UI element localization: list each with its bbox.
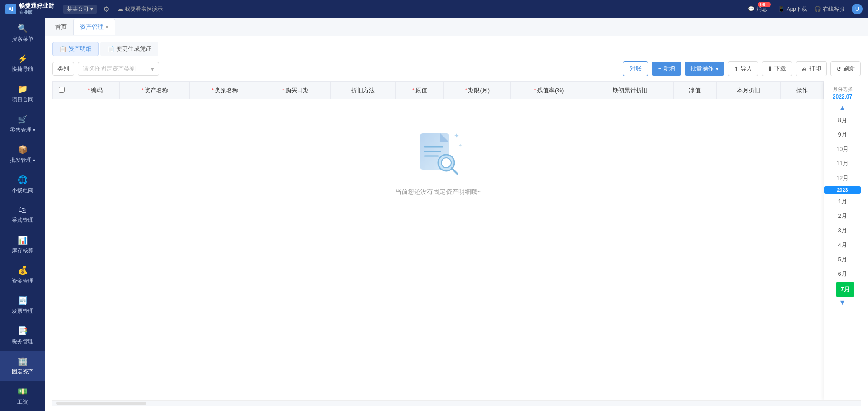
- toolbar: 类别 请选择固定资产类别 ▾ 对账 + 新增 批量操作: [52, 61, 861, 76]
- app-name-block: 畅捷通好业财 专业版: [19, 2, 54, 16]
- sidebar-label-project: 项目合同: [12, 96, 33, 104]
- online-service-button[interactable]: 🎧 在线客服: [814, 5, 844, 13]
- refresh-button[interactable]: ↺ 刷新: [830, 61, 861, 76]
- sidebar-item-ecommerce[interactable]: 🌐 小畅电商: [0, 170, 45, 200]
- month-down-button[interactable]: ▼: [838, 298, 847, 307]
- sidebar-item-search[interactable]: 🔍 搜索菜单: [0, 18, 45, 48]
- horizontal-scrollbar[interactable]: [56, 402, 146, 405]
- sidebar-item-finance[interactable]: 💰 资金管理: [0, 260, 45, 290]
- month-item-2023-3月[interactable]: 3月: [833, 223, 851, 238]
- settings-button[interactable]: ⚙: [103, 5, 109, 14]
- purchase-icon: 🛍: [19, 205, 27, 215]
- sidebar-item-inventory[interactable]: 📊 库存核算: [0, 230, 45, 260]
- table-wrapper: *编码 *资产名称 *类别名称 *购买日期 折旧方法 *原值 *期限(月) *残…: [52, 81, 824, 400]
- sidebar-item-retail[interactable]: 🛒 零售管理 ▾: [0, 109, 45, 139]
- reconcile-button[interactable]: 对账: [623, 61, 648, 76]
- month-item-8月[interactable]: 8月: [835, 113, 850, 128]
- user-info[interactable]: U: [852, 4, 863, 14]
- message-icon: 💬: [748, 6, 755, 12]
- category-select-dropdown[interactable]: 请选择固定资产类别 ▾: [78, 62, 159, 76]
- page-content: 📋 资产明细 📄 变更生成凭证 类别 请选择固定资产类别 ▾: [45, 36, 868, 411]
- message-button[interactable]: 💬 消息 99+: [748, 5, 767, 13]
- batch-dropdown-icon: ▾: [716, 66, 719, 72]
- asset-table: *编码 *资产名称 *类别名称 *购买日期 折旧方法 *原值 *期限(月) *残…: [52, 81, 824, 223]
- tab-asset-management[interactable]: 资产管理 ×: [73, 19, 115, 35]
- demo-link[interactable]: ☁ 我要看实例演示: [118, 5, 163, 13]
- refresh-icon: ↺: [836, 66, 841, 72]
- th-residual-rate: *残值率(%): [511, 82, 587, 99]
- sidebar-item-fixed-assets[interactable]: 🏢 固定资产: [0, 351, 45, 381]
- download-button[interactable]: ⬇ 下载: [762, 61, 792, 76]
- sidebar-item-quick-nav[interactable]: ⚡ 快捷导航: [0, 48, 45, 79]
- month-item-12月[interactable]: 12月: [835, 171, 850, 185]
- quick-nav-icon: ⚡: [18, 54, 28, 64]
- download-icon: ⬇: [768, 66, 773, 72]
- sidebar-label-wholesale: 批发管理 ▾: [10, 156, 35, 164]
- select-all-checkbox[interactable]: [59, 87, 65, 93]
- month-item-2023-7月[interactable]: 7月: [836, 282, 854, 297]
- th-period: *期限(月): [444, 82, 511, 99]
- svg-line-7: [452, 168, 457, 174]
- add-button[interactable]: + 新增: [652, 62, 681, 76]
- company-selector[interactable]: 某某公司 ▾: [63, 5, 97, 14]
- content-area: 首页 资产管理 × 📋 资产明细 📄 变更生成凭证: [45, 18, 868, 411]
- tab-close-icon[interactable]: ×: [105, 24, 108, 30]
- sidebar-label-purchase: 采购管理: [12, 217, 33, 224]
- sidebar-label-fixed-assets: 固定资产: [12, 368, 33, 376]
- company-name: 某某公司: [67, 5, 89, 13]
- tab-asset-label: 资产管理: [80, 23, 104, 31]
- avatar: U: [852, 4, 863, 14]
- month-up-button[interactable]: ▲: [838, 103, 847, 113]
- main-layout: 🔍 搜索菜单 ⚡ 快捷导航 📁 项目合同 🛒 零售管理 ▾ 📦 批发管理 ▾ 🌐…: [0, 18, 868, 411]
- phone-icon: 📱: [778, 6, 785, 12]
- svg-text:✦: ✦: [458, 143, 462, 148]
- year-2023-label: 2023: [824, 186, 861, 194]
- th-code: *编码: [71, 82, 120, 99]
- month-item-11月[interactable]: 11月: [835, 156, 850, 171]
- month-item-9月[interactable]: 9月: [835, 128, 850, 142]
- app-download-button[interactable]: 📱 App下载: [778, 5, 807, 13]
- month-item-2023-5月[interactable]: 5月: [833, 252, 851, 267]
- sidebar-label-inventory: 库存核算: [12, 247, 33, 255]
- month-item-2023-4月[interactable]: 4月: [833, 238, 851, 252]
- month-item-2023-1月[interactable]: 1月: [833, 194, 851, 209]
- sub-tab-asset-detail[interactable]: 📋 资产明细: [52, 42, 99, 56]
- tab-home[interactable]: 首页: [49, 19, 73, 35]
- th-operation: 操作: [781, 82, 824, 99]
- month-panel: 月份选择 2022.07 ▲ 8月9月10月11月12月 2023 1月2月3月…: [824, 81, 861, 400]
- import-button[interactable]: ⬆ 导入: [728, 61, 758, 76]
- wholesale-icon: 📦: [18, 145, 28, 155]
- months-2023: 1月2月3月4月5月6月7月: [833, 194, 851, 298]
- sidebar-item-tax[interactable]: 📑 税务管理: [0, 321, 45, 351]
- sidebar-label-salary: 工资: [17, 398, 28, 406]
- inventory-icon: 📊: [18, 235, 28, 245]
- month-item-2023-2月[interactable]: 2月: [833, 209, 851, 223]
- top-bar: Ai 畅捷通好业财 专业版 某某公司 ▾ ⚙ ☁ 我要看实例演示 💬 消息 99…: [0, 0, 868, 18]
- sidebar-item-invoice[interactable]: 🧾 发票管理: [0, 290, 45, 321]
- scroll-bar-area[interactable]: [52, 400, 861, 406]
- import-icon: ⬆: [734, 66, 739, 72]
- search-icon: 🔍: [18, 24, 28, 33]
- month-item-10月[interactable]: 10月: [835, 142, 850, 156]
- month-item-2023-6月[interactable]: 6月: [833, 267, 851, 281]
- sub-tab-asset-detail-label: 资产明细: [68, 45, 92, 53]
- sidebar-item-wholesale[interactable]: 📦 批发管理 ▾: [0, 139, 45, 170]
- th-depreciation-method: 折旧方法: [331, 82, 396, 99]
- category-filter[interactable]: 类别: [52, 62, 74, 76]
- table-body: ✦ ✦ 当前您还没有固定资产明细哦~: [53, 99, 824, 224]
- sidebar-item-project[interactable]: 📁 项目合同: [0, 79, 45, 109]
- toolbar-right: 对账 + 新增 批量操作 ▾ ⬆ 导入 ⬇ 下载: [623, 61, 861, 76]
- sub-tab-change-voucher[interactable]: 📄 变更生成凭证: [100, 42, 158, 56]
- batch-operation-button[interactable]: 批量操作 ▾: [685, 62, 724, 76]
- sidebar-items: 🔍 搜索菜单 ⚡ 快捷导航 📁 项目合同 🛒 零售管理 ▾ 📦 批发管理 ▾ 🌐…: [0, 18, 45, 411]
- app-sub: 专业版: [19, 9, 54, 16]
- print-icon: 🖨: [802, 66, 807, 72]
- headset-icon: 🎧: [814, 6, 821, 12]
- print-button[interactable]: 🖨 打印: [796, 61, 827, 76]
- tax-icon: 📑: [18, 326, 28, 336]
- top-bar-right: 💬 消息 99+ 📱 App下载 🎧 在线客服 U: [748, 4, 863, 14]
- sidebar-item-salary[interactable]: 💵 工资: [0, 381, 45, 411]
- th-name: *资产名称: [119, 82, 190, 99]
- sidebar-item-purchase[interactable]: 🛍 采购管理: [0, 200, 45, 230]
- sub-tab-change-voucher-label: 变更生成凭证: [116, 45, 151, 53]
